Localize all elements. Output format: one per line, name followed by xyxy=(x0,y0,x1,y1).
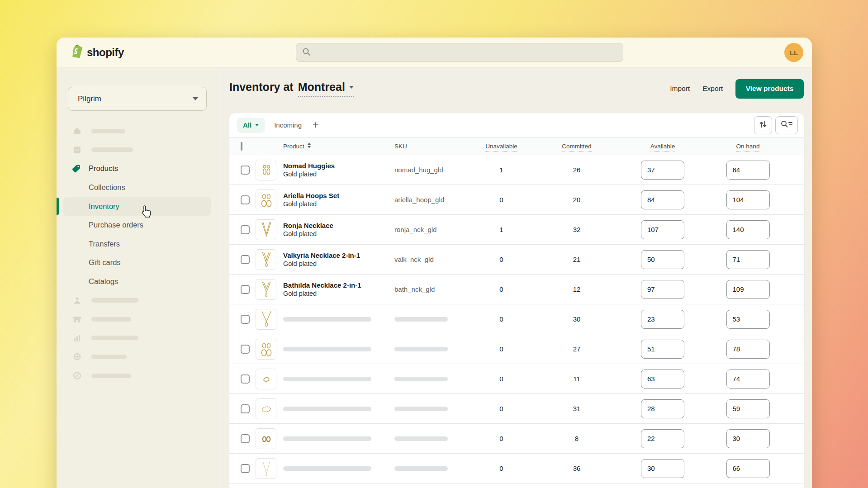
sidebar-skeleton-item xyxy=(57,122,217,141)
search-filter-button[interactable] xyxy=(775,116,798,134)
sidebar-item-purchase-orders[interactable]: Purchase orders xyxy=(63,216,211,235)
row-checkbox[interactable] xyxy=(241,374,250,384)
sku-cell: bath_nck_gld xyxy=(394,285,471,293)
table-row: Bathilda Necklace 2-in-1 Gold plated bat… xyxy=(229,275,804,304)
row-checkbox[interactable] xyxy=(241,166,250,175)
import-button[interactable]: Import xyxy=(670,85,690,93)
sort-button[interactable] xyxy=(754,116,772,134)
on-hand-cell xyxy=(726,190,770,209)
search-icon xyxy=(302,47,311,58)
product-thumbnail xyxy=(256,219,276,240)
column-header-on-hand[interactable]: On hand xyxy=(736,143,760,150)
global-search-input[interactable] xyxy=(296,43,623,62)
available-input[interactable] xyxy=(641,340,684,359)
product-name[interactable]: Ariella Hoops Set xyxy=(283,192,394,199)
table-header-row: Product SKU Unavailable Committed xyxy=(229,137,804,155)
customers-icon xyxy=(72,296,82,305)
product-cell xyxy=(283,317,394,322)
sidebar-item-inventory[interactable]: Inventory xyxy=(63,197,211,216)
product-cell xyxy=(283,466,394,471)
table-row: 0 30 xyxy=(229,304,804,334)
available-cell xyxy=(641,459,684,478)
sidebar-item-transfers[interactable]: Transfers xyxy=(63,235,211,254)
available-input[interactable] xyxy=(641,399,684,418)
committed-value: 21 xyxy=(573,256,581,263)
select-all-area[interactable] xyxy=(241,143,256,150)
skeleton-bar xyxy=(283,436,371,441)
available-input[interactable] xyxy=(641,190,684,209)
on-hand-cell xyxy=(726,399,770,418)
product-name[interactable]: Bathilda Necklace 2-in-1 xyxy=(283,281,394,289)
committed-value: 26 xyxy=(573,166,581,174)
column-header-product[interactable]: Product xyxy=(283,142,394,150)
table-row: 0 31 xyxy=(229,394,804,424)
add-view-button[interactable]: + xyxy=(313,120,318,130)
on-hand-input[interactable] xyxy=(726,190,770,209)
row-checkbox[interactable] xyxy=(241,345,250,354)
on-hand-input[interactable] xyxy=(726,250,770,269)
sku-cell: nomad_hug_gld xyxy=(394,166,471,174)
column-header-unavailable[interactable]: Unavailable xyxy=(485,143,517,150)
unavailable-value: 0 xyxy=(499,375,503,383)
chevron-down-icon xyxy=(255,124,259,126)
product-name[interactable]: Nomad Huggies xyxy=(283,162,394,170)
skeleton-bar xyxy=(91,129,125,133)
column-header-available[interactable]: Available xyxy=(650,143,675,150)
row-checkbox[interactable] xyxy=(241,315,250,324)
orders-icon xyxy=(72,145,82,155)
export-button[interactable]: Export xyxy=(702,85,723,93)
on-hand-input[interactable] xyxy=(726,370,770,389)
on-hand-input[interactable] xyxy=(726,310,770,329)
available-input[interactable] xyxy=(641,459,684,478)
sidebar-skeleton-item xyxy=(57,310,217,329)
row-checkbox[interactable] xyxy=(241,285,250,294)
row-checkbox[interactable] xyxy=(241,225,250,234)
available-input[interactable] xyxy=(641,429,684,448)
on-hand-input[interactable] xyxy=(726,220,770,239)
row-checkbox[interactable] xyxy=(241,464,250,473)
product-cell: Valkyria Necklace 2-in-1 Gold plated xyxy=(283,251,394,267)
available-input[interactable] xyxy=(641,370,684,389)
tab-all[interactable]: All xyxy=(237,118,265,133)
available-input[interactable] xyxy=(641,310,684,329)
row-checkbox[interactable] xyxy=(241,195,250,204)
row-checkbox[interactable] xyxy=(241,434,250,443)
tab-incoming[interactable]: Incoming xyxy=(274,121,302,129)
on-hand-cell xyxy=(726,370,770,389)
sidebar-item-gift-cards[interactable]: Gift cards xyxy=(63,253,211,272)
store-switcher[interactable]: Pilgrim xyxy=(68,87,207,111)
sku-cell: valk_nck_gld xyxy=(394,256,471,263)
available-input[interactable] xyxy=(641,220,684,239)
sidebar-item-products[interactable]: Products xyxy=(57,159,217,178)
available-input[interactable] xyxy=(641,161,684,180)
table-body: Nomad Huggies Gold plated nomad_hug_gld … xyxy=(229,155,804,488)
on-hand-input[interactable] xyxy=(726,161,770,180)
product-name[interactable]: Valkyria Necklace 2-in-1 xyxy=(283,251,394,259)
row-checkbox[interactable] xyxy=(241,404,250,413)
product-thumbnail xyxy=(256,369,276,389)
sku-cell xyxy=(394,375,471,383)
select-all-checkbox[interactable] xyxy=(241,142,242,151)
product-thumbnail xyxy=(256,160,276,180)
view-products-button[interactable]: View products xyxy=(735,79,804,99)
sidebar-item-catalogs[interactable]: Catalogs xyxy=(63,272,211,291)
product-name[interactable]: Ronja Necklace xyxy=(283,222,394,229)
on-hand-input[interactable] xyxy=(726,429,770,448)
skeleton-bar xyxy=(283,466,371,471)
row-checkbox[interactable] xyxy=(241,255,250,264)
available-input[interactable] xyxy=(641,280,684,299)
location-picker[interactable]: Montreal xyxy=(298,81,354,97)
skeleton-bar xyxy=(283,407,371,411)
sidebar-item-collections[interactable]: Collections xyxy=(63,178,211,197)
column-header-committed[interactable]: Committed xyxy=(562,143,591,150)
column-header-sku: SKU xyxy=(394,143,471,150)
on-hand-input[interactable] xyxy=(726,399,770,418)
on-hand-cell xyxy=(726,220,770,239)
available-input[interactable] xyxy=(641,250,684,269)
tabs-row: All Incoming + xyxy=(229,113,804,137)
avatar[interactable]: LL xyxy=(784,43,803,62)
on-hand-input[interactable] xyxy=(726,340,770,359)
on-hand-input[interactable] xyxy=(726,459,770,478)
on-hand-input[interactable] xyxy=(726,280,770,299)
committed-value: 27 xyxy=(573,345,581,353)
